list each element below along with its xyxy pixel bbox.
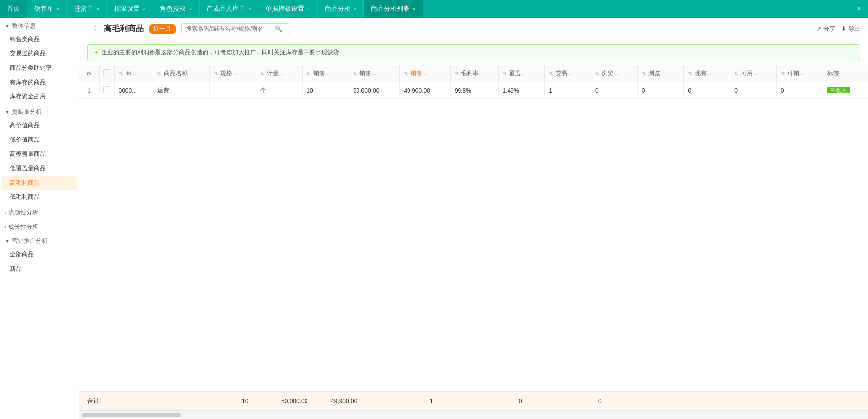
group-marketing-arrow: ▼ [5, 238, 10, 244]
nav-product-analysis[interactable]: 商品分析 × [318, 0, 364, 18]
info-banner: ✦ 企业的主要的利润都是这部分商品创造的，可考虑加大推广，同时关注库存是不要出现… [87, 44, 860, 61]
footer-spacer2 [376, 398, 426, 405]
th-browse1: ⇅ 浏览... [591, 65, 637, 82]
nav-purchase-order[interactable]: 进货单 × [67, 0, 106, 18]
close-template-settings[interactable]: × [307, 6, 310, 12]
window-close-button[interactable]: × [850, 4, 868, 13]
close-role-auth[interactable]: × [189, 6, 192, 12]
scrollbar-thumb[interactable] [82, 413, 181, 417]
sidebar-item-low-value[interactable]: 低价值商品 [0, 133, 79, 147]
footer-cells: 10 50,000.00 49,900.00 1 0 0 [139, 398, 868, 405]
close-sales-order[interactable]: × [56, 6, 59, 12]
sidebar: ▼ 整体信息 销售类商品 交易过的商品 商品分类助销率 有库存的商品 库存资金占… [0, 18, 79, 419]
th-index: ⚙ [79, 65, 99, 82]
nav-product-analysis-list[interactable]: 商品分析列表 × [364, 0, 423, 18]
cell-available: 0 [730, 82, 777, 99]
cell-saleable: 0 [776, 82, 823, 99]
share-icon: ↗ [817, 25, 821, 32]
cell-trade: 1 [545, 82, 591, 99]
data-table: ⚙ ⇅ 商... ⇅ 商品名称 [79, 65, 868, 99]
group-contribution[interactable]: ▼ 贡献量分析 [0, 104, 79, 118]
share-button[interactable]: ↗ 分享 [817, 25, 835, 33]
sidebar-item-low-margin[interactable]: 低毛利商品 [0, 190, 79, 204]
footer-total-label: 合计: [79, 397, 139, 405]
sidebar-item-all-goods[interactable]: 全部商品 [0, 247, 79, 262]
nav-home[interactable]: 首页 [0, 0, 27, 18]
cell-code: 0000... [114, 82, 153, 99]
nav-role-auth[interactable]: 角色授权 × [153, 0, 199, 18]
nav-permission-settings[interactable]: 权限设置 × [107, 0, 153, 18]
footer-sales-qty: 10 [238, 398, 277, 405]
group-trend[interactable]: › 流趋性分析 [0, 204, 79, 219]
content-area: 《 高毛利商品 近一月 🔍 ↗ 分享 ⬇ 导出 [79, 18, 868, 419]
cell-browse1: 0 [591, 82, 637, 99]
group-marketing[interactable]: ▼ 营销推广分析 [0, 233, 79, 247]
th-current-stock: ⇅ 现有... [684, 65, 730, 82]
sidebar-item-high-coverage[interactable]: 高覆盖量商品 [0, 147, 79, 161]
page-title: 高毛利商品 [104, 24, 144, 34]
search-input[interactable] [186, 25, 275, 32]
cell-unit: 个 [256, 82, 303, 99]
th-unit: ⇅ 计量... [256, 65, 303, 82]
cell-checkbox[interactable] [99, 82, 114, 99]
search-icon[interactable]: 🔍 [275, 25, 282, 32]
time-filter-button[interactable]: 近一月 [149, 24, 176, 34]
export-button[interactable]: ⬇ 导出 [841, 25, 860, 33]
th-sales-qty: ⇅ 销售... [303, 65, 349, 82]
close-product-analysis[interactable]: × [354, 6, 357, 12]
footer-totals-bar: 合计: 10 50,000.00 49,900.00 1 0 0 [79, 391, 868, 410]
th-coverage: ⇅ 覆盖... [498, 65, 545, 82]
cell-name: 运费 [153, 82, 209, 99]
cell-tag: 高收入 [823, 82, 868, 99]
sidebar-item-high-value[interactable]: 高价值商品 [0, 118, 79, 133]
horizontal-scrollbar[interactable] [79, 410, 868, 419]
sidebar-item-new-goods[interactable]: 新品 [0, 262, 79, 276]
th-available: ⇅ 可用... [730, 65, 777, 82]
cell-gross-margin: 99.8% [450, 82, 498, 99]
sidebar-item-category-rate[interactable]: 商品分类助销率 [0, 61, 79, 75]
footer-sales-amount: 50,000.00 [277, 398, 327, 405]
close-purchase-order[interactable]: × [96, 6, 99, 12]
cell-sales-qty: 10 [303, 82, 349, 99]
footer-spacer1 [139, 398, 238, 405]
close-permission-settings[interactable]: × [143, 6, 146, 12]
footer-sales-cost: 49,900.00 [327, 398, 376, 405]
content-header: 《 高毛利商品 近一月 🔍 ↗ 分享 ⬇ 导出 [79, 18, 868, 40]
footer-browse1: 0 [515, 398, 555, 405]
th-browse2: ⇅ 浏览... [637, 65, 684, 82]
select-all-checkbox[interactable] [103, 69, 110, 76]
group-growth[interactable]: › 成长性分析 [0, 219, 79, 233]
th-sales-amount: ⇅ 销售... [349, 65, 400, 82]
group-overview[interactable]: ▼ 整体信息 [0, 18, 79, 32]
nav-template-settings[interactable]: 单据模板设置 × [258, 0, 317, 18]
info-icon: ✦ [94, 49, 99, 56]
cell-index: 1 [79, 82, 99, 99]
sidebar-item-sales-goods[interactable]: 销售类商品 [0, 32, 79, 47]
nav-product-inbound[interactable]: 产成品入库单 × [200, 0, 258, 18]
sidebar-item-low-coverage[interactable]: 低覆盖量商品 [0, 161, 79, 176]
th-saleable: ⇅ 可销... [776, 65, 823, 82]
export-icon: ⬇ [841, 25, 846, 32]
settings-icon[interactable]: ⚙ [86, 70, 92, 77]
main-layout: ▼ 整体信息 销售类商品 交易过的商品 商品分类助销率 有库存的商品 库存资金占… [0, 18, 868, 419]
th-trade: ⇅ 交易... [545, 65, 591, 82]
nav-sales-order[interactable]: 销售单 × [27, 0, 67, 18]
close-product-analysis-list[interactable]: × [412, 6, 415, 12]
close-product-inbound[interactable]: × [248, 6, 251, 12]
sidebar-item-traded-goods[interactable]: 交易过的商品 [0, 47, 79, 61]
th-checkbox [99, 65, 114, 82]
group-contribution-arrow: ▼ [5, 109, 10, 115]
group-trend-arrow: › [5, 210, 6, 215]
top-navigation: 首页 销售单 × 进货单 × 权限设置 × 角色授权 × 产成品入库单 × 单据… [0, 0, 868, 18]
search-box[interactable]: 🔍 [181, 23, 290, 34]
th-sales-cost: ⇅ 销售... [400, 65, 451, 82]
th-code: ⇅ 商... [114, 65, 153, 82]
sidebar-collapse-button[interactable]: 《 [87, 23, 99, 35]
table-row: 1 0000... 运费 个 10 50,000.00 49,900.00 99… [79, 82, 868, 99]
sidebar-item-in-stock-goods[interactable]: 有库存的商品 [0, 75, 79, 90]
table-container: ⚙ ⇅ 商... ⇅ 商品名称 [79, 65, 868, 419]
sidebar-item-high-margin[interactable]: 高毛利商品 [2, 176, 77, 190]
sidebar-item-stock-capital[interactable]: 库存资金占用 [0, 90, 79, 104]
footer-trade: 1 [426, 398, 465, 405]
th-gross-margin: ⇅ 毛利率 [450, 65, 498, 82]
